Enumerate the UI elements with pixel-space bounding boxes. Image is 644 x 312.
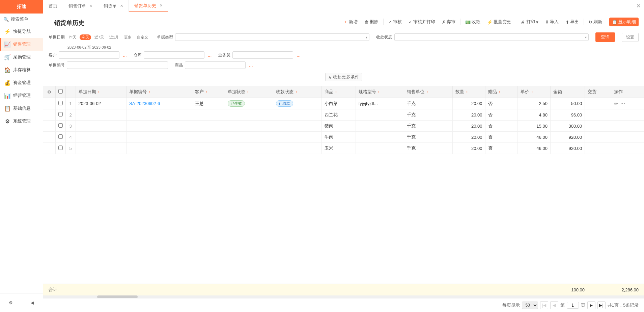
filter-row-3: 单据编号 商品 ...: [49, 61, 639, 69]
date-tag-today[interactable]: 今天: [80, 34, 91, 40]
tab-sales-delivery-close[interactable]: ✕: [120, 4, 123, 8]
doc-no-link-1[interactable]: SA-20230602-6: [129, 101, 160, 106]
toolbar-export-btn[interactable]: ⬆ 导出: [563, 18, 582, 26]
row-checkbox-5[interactable]: [58, 146, 63, 150]
filter-staff-input[interactable]: [232, 51, 293, 59]
th-unit[interactable]: 销售单位 ↕: [404, 86, 453, 98]
sidebar-search[interactable]: 🔍 搜索菜单: [0, 14, 43, 25]
td-check-5[interactable]: [55, 143, 65, 154]
filter-customer-input[interactable]: [59, 51, 119, 59]
toolbar-abandon-btn[interactable]: ✗ 弃审: [439, 18, 458, 26]
collapse-button[interactable]: ∧ 收起更多条件: [325, 73, 362, 81]
th-gift[interactable]: 赠品 ↕: [485, 86, 518, 98]
tab-sales-order[interactable]: 销售订单 ✕: [63, 0, 98, 12]
th-check[interactable]: [55, 86, 65, 98]
date-tag-7days[interactable]: 近7天: [92, 34, 106, 40]
th-doc-status[interactable]: 单据状态 ↕: [225, 86, 273, 98]
query-button[interactable]: 查询: [595, 32, 615, 42]
sidebar-item-operations[interactable]: 📊 经营管理: [0, 89, 43, 102]
edit-btn-1[interactable]: ✏: [614, 101, 618, 106]
tab-bar-close[interactable]: ✕: [636, 3, 644, 9]
row-checkbox-4[interactable]: [58, 134, 63, 139]
tab-sales-delivery[interactable]: 销货单 ✕: [98, 0, 129, 12]
sidebar-item-system-mgmt[interactable]: ⚙ 系统管理: [0, 115, 43, 128]
td-docno-1[interactable]: SA-20230602-6: [127, 98, 192, 109]
td-rownum-1: 1: [65, 98, 76, 109]
page-last-btn[interactable]: ▶|: [597, 301, 606, 309]
th-gear[interactable]: ⚙: [43, 86, 55, 98]
toolbar-review-print-btn[interactable]: ✓ 审核并打印: [406, 18, 438, 26]
th-transaction: 交货: [585, 86, 611, 98]
scrollbar-thumb[interactable]: [97, 295, 138, 298]
toolbar-batch-change-btn[interactable]: ⚡ 批量变更: [484, 18, 514, 26]
toolbar-delete-btn[interactable]: 🗑 删除: [362, 18, 381, 26]
td-check-4[interactable]: [55, 132, 65, 143]
td-check-2[interactable]: [55, 109, 65, 121]
horizontal-scrollbar[interactable]: [43, 295, 644, 298]
sidebar-item-finance[interactable]: 💰 资金管理: [0, 76, 43, 89]
th-doc-no[interactable]: 单据编号 ↕: [127, 86, 192, 98]
table-container[interactable]: ⚙ 单据日期 ↕ 单据编号 ↕ 客户 ↕: [43, 86, 644, 284]
filter-warehouse-input[interactable]: [144, 51, 204, 59]
td-check-3[interactable]: [55, 121, 65, 132]
filter-customer-dots[interactable]: ...: [123, 52, 127, 58]
import-icon: ⬇: [545, 20, 549, 25]
page-first-btn[interactable]: |◀: [540, 301, 548, 309]
toolbar-print-btn[interactable]: 🖨 打印 ▾: [518, 18, 541, 26]
filter-docno-input[interactable]: [67, 61, 168, 69]
sidebar-item-basic-info[interactable]: 📋 基础信息: [0, 102, 43, 115]
sidebar-settings-btn[interactable]: ⚙: [5, 297, 16, 308]
row-checkbox-1[interactable]: [58, 101, 63, 105]
page-next-btn[interactable]: ▶: [587, 301, 595, 309]
sidebar-item-label: 采购管理: [13, 54, 31, 60]
more-btn-1[interactable]: ⋯: [620, 101, 625, 106]
row-checkbox-2[interactable]: [58, 112, 63, 116]
sidebar-item-purchase-mgmt[interactable]: 🛒 采购管理: [0, 51, 43, 63]
row-checkbox-3[interactable]: [58, 123, 63, 128]
select-all-checkbox[interactable]: [58, 89, 63, 94]
settings-button[interactable]: 设置: [622, 33, 639, 42]
date-tag-yesterday[interactable]: 昨天: [67, 34, 78, 40]
th-doc-date-label: 单据日期: [79, 89, 96, 94]
toolbar-collect-btn[interactable]: 💵 收款: [463, 18, 483, 26]
td-unitprice-2: 4.80: [518, 109, 551, 121]
tab-sales-history[interactable]: 销货单历史 ✕: [129, 0, 168, 12]
filter-date-label: 单据日期: [49, 34, 65, 40]
page-prev-btn[interactable]: ◀: [550, 301, 558, 309]
th-unit-price[interactable]: 单价 ↕: [518, 86, 551, 98]
page-unit: 页: [581, 302, 585, 308]
tab-sales-history-close[interactable]: ✕: [160, 3, 163, 8]
sidebar-item-sales-mgmt[interactable]: 📈 销售管理: [0, 38, 43, 51]
td-check-1[interactable]: [55, 98, 65, 109]
sidebar-collapse-btn[interactable]: ◀: [27, 297, 37, 308]
th-spec[interactable]: 规格型号 ↕: [356, 86, 404, 98]
filter-warehouse-dots[interactable]: ...: [208, 52, 212, 58]
td-docdate-1: 2023-06-02: [76, 98, 127, 109]
filter-payment-status-select[interactable]: [394, 33, 589, 41]
filter-staff-label: 业务员: [218, 52, 230, 58]
toolbar-show-detail-btn[interactable]: 📋 显示明细: [609, 18, 639, 26]
filter-staff-dots[interactable]: ...: [297, 52, 301, 58]
toolbar-review-btn[interactable]: ✓ 审核: [386, 18, 404, 26]
date-tag-more[interactable]: 更多: [122, 34, 134, 40]
th-customer[interactable]: 客户 ↕: [192, 86, 225, 98]
per-page-select[interactable]: 50: [522, 302, 538, 309]
sidebar-item-inventory[interactable]: 🏠 库存核算: [0, 63, 43, 76]
tab-home[interactable]: 首页: [43, 0, 63, 12]
sidebar-item-quick-nav[interactable]: ⚡ 快捷导航: [0, 25, 43, 38]
filter-doc-type-select[interactable]: [175, 33, 369, 41]
toolbar-import-btn[interactable]: ⬇ 导入: [542, 18, 561, 26]
th-payment-status[interactable]: 收款状态 ↕: [273, 86, 322, 98]
th-qty[interactable]: 数量 ↕: [452, 86, 485, 98]
filter-goods-input[interactable]: [185, 61, 246, 69]
th-goods[interactable]: 商品 ↕: [321, 86, 356, 98]
filter-warehouse-group: 仓库 ...: [134, 51, 212, 59]
page-input[interactable]: [567, 302, 579, 309]
toolbar-new-btn[interactable]: ＋ 新增: [341, 18, 360, 26]
date-tag-1month[interactable]: 近1月: [107, 34, 121, 40]
tab-sales-order-close[interactable]: ✕: [89, 4, 92, 8]
date-tag-custom[interactable]: 自定义: [135, 34, 150, 40]
filter-goods-dots[interactable]: ...: [249, 62, 253, 68]
toolbar-refresh-btn[interactable]: ↻ 刷新: [586, 18, 605, 26]
th-doc-date[interactable]: 单据日期 ↕: [76, 86, 127, 98]
